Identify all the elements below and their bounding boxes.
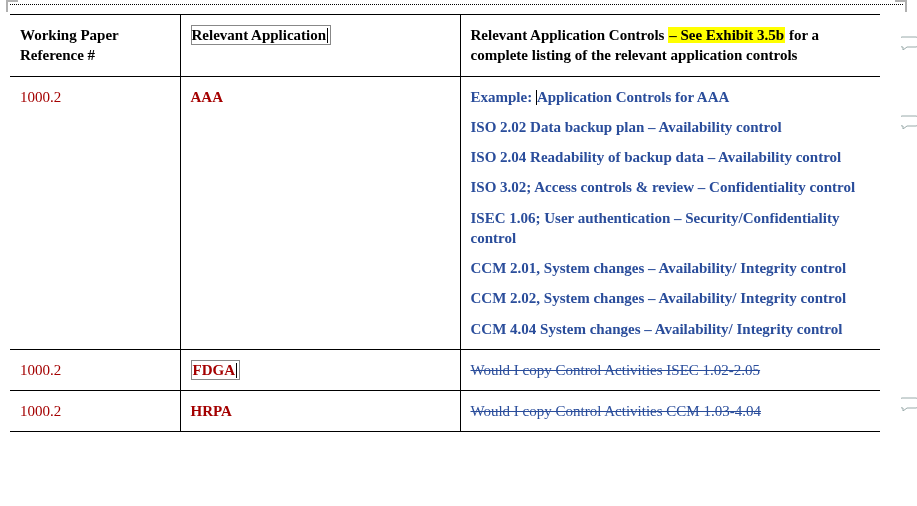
tracked-change-box[interactable]: FDGA <box>191 360 241 380</box>
highlight-exhibit-ref: – See Exhibit 3.5b <box>668 27 785 43</box>
cell-relevant-application: HRPA <box>180 391 460 432</box>
controls-list: Example: Application Controls for AAAISO… <box>471 87 871 339</box>
cell-relevant-application: AAA <box>180 76 460 349</box>
table-row: 1000.2HRPAWould I copy Control Activitie… <box>10 391 880 432</box>
tracked-change-box[interactable]: Relevant Application <box>191 25 332 45</box>
page-boundary-top <box>10 4 903 5</box>
cell-working-paper-ref: 1000.2 <box>10 349 180 390</box>
comment-icon[interactable] <box>901 115 917 129</box>
control-line: CCM 2.02, System changes – Availability/… <box>471 288 871 308</box>
deleted-text: Would I copy Control Activities ISEC 1.0… <box>471 362 761 378</box>
header-working-paper-ref: Working Paper Reference # <box>10 15 180 77</box>
cell-application-controls: Would I copy Control Activities CCM 1.03… <box>460 391 880 432</box>
deleted-text: Would I copy Control Activities CCM 1.03… <box>471 403 761 419</box>
control-line: CCM 4.04 System changes – Availability/ … <box>471 319 871 339</box>
controls-table-container: Working Paper Reference # Relevant Appli… <box>10 14 880 432</box>
example-line: Example: Application Controls for AAA <box>471 87 871 107</box>
cell-relevant-application: FDGA <box>180 349 460 390</box>
comment-icon[interactable] <box>901 397 917 411</box>
control-line: ISEC 1.06; User authentication – Securit… <box>471 208 871 249</box>
cell-working-paper-ref: 1000.2 <box>10 76 180 349</box>
header-relevant-application-controls: Relevant Application Controls – See Exhi… <box>460 15 880 77</box>
control-line: ISO 3.02; Access controls & review – Con… <box>471 177 871 197</box>
page-corner-top-right <box>895 0 907 12</box>
header-relevant-application: Relevant Application <box>180 15 460 77</box>
cell-application-controls: Example: Application Controls for AAAISO… <box>460 76 880 349</box>
control-line: ISO 2.02 Data backup plan – Availability… <box>471 117 871 137</box>
page-corner-top-left <box>6 0 18 12</box>
table-row: 1000.2FDGAWould I copy Control Activitie… <box>10 349 880 390</box>
controls-table: Working Paper Reference # Relevant Appli… <box>10 14 880 432</box>
table-row: 1000.2AAAExample: Application Controls f… <box>10 76 880 349</box>
cell-application-controls: Would I copy Control Activities ISEC 1.0… <box>460 349 880 390</box>
table-header-row: Working Paper Reference # Relevant Appli… <box>10 15 880 77</box>
control-line: ISO 2.04 Readability of backup data – Av… <box>471 147 871 167</box>
control-line: CCM 2.01, System changes – Availability/… <box>471 258 871 278</box>
comment-icon[interactable] <box>901 36 917 50</box>
cell-working-paper-ref: 1000.2 <box>10 391 180 432</box>
